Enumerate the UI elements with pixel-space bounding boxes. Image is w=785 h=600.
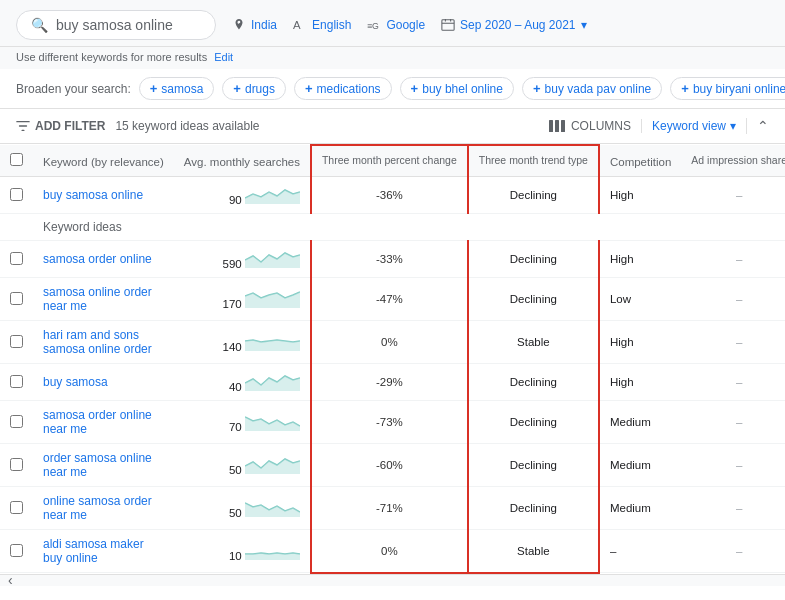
edit-link[interactable]: Edit [214,51,233,63]
keyword-row: samosa order online 590 -33% Declining H… [0,241,785,278]
svg-rect-7 [555,120,559,132]
columns-label: COLUMNS [571,119,631,133]
header-avg-monthly[interactable]: Avg. monthly searches [174,145,311,177]
plus-icon: + [533,81,541,96]
svg-marker-14 [245,417,300,431]
kw-avg: 10 [174,530,311,573]
keyword-row: samosa order online near me 70 -73% Decl… [0,401,785,444]
kw-name[interactable]: buy samosa [33,364,174,401]
kw-avg: 590 [174,241,311,278]
broaden-label: Broaden your search: [16,82,131,96]
kw-checkbox[interactable] [10,415,23,428]
main-keyword-avg: 90 [174,177,311,214]
main-keyword-sparkline [245,184,300,204]
select-all-checkbox[interactable] [10,153,23,166]
broaden-pill-bhel-label: buy bhel online [422,82,503,96]
broaden-pill-buy-bhel-online[interactable]: + buy bhel online [400,77,514,100]
kw-checkbox[interactable] [10,375,23,388]
language-filter[interactable]: A English [293,18,351,32]
keyword-ideas-label: Keyword ideas [33,214,785,241]
keyword-view-button[interactable]: Keyword view ▾ [641,119,736,133]
broaden-pill-drugs[interactable]: + drugs [222,77,286,100]
broaden-pill-buy-vada-pav-online[interactable]: + buy vada pav online [522,77,662,100]
header-competition[interactable]: Competition [599,145,681,177]
kw-trend: Declining [468,278,599,321]
broaden-pill-medications-label: medications [317,82,381,96]
svg-text:≡G: ≡G [367,21,379,31]
kw-checkbox-cell [0,241,33,278]
kw-pct: -60% [311,444,468,487]
kw-checkbox[interactable] [10,544,23,557]
broaden-pill-samosa-label: samosa [161,82,203,96]
kw-avg: 50 [174,487,311,530]
svg-text:A: A [293,19,301,31]
kw-checkbox[interactable] [10,335,23,348]
search-icon: 🔍 [31,17,48,33]
main-keyword-row: buy samosa online 90 -36% Declining High… [0,177,785,214]
language-label: English [312,18,351,32]
kw-checkbox[interactable] [10,501,23,514]
broaden-pill-samosa[interactable]: + samosa [139,77,215,100]
kw-name[interactable]: samosa online order near me [33,278,174,321]
add-filter-button[interactable]: ADD FILTER [16,119,105,133]
header-three-month-type[interactable]: Three month trend type [468,145,599,177]
header-ad-impression[interactable]: Ad impression share [681,145,785,177]
kw-name[interactable]: order samosa online near me [33,444,174,487]
main-keyword-competition: High [599,177,681,214]
columns-icon [548,117,566,135]
kw-name[interactable]: hari ram and sons samosa online order [33,321,174,364]
kw-sparkline [245,411,300,431]
kw-sparkline [245,371,300,391]
svg-marker-11 [245,292,300,308]
broaden-pill-buy-biryani-online[interactable]: + buy biryani online [670,77,785,100]
scroll-left-button[interactable]: ‹ [8,572,13,586]
kw-avg: 50 [174,444,311,487]
kw-name[interactable]: online samosa order near me [33,487,174,530]
network-filter[interactable]: ≡G Google [367,18,425,32]
svg-marker-17 [245,553,300,560]
broaden-pill-medications[interactable]: + medications [294,77,392,100]
kw-pct: -33% [311,241,468,278]
kw-name[interactable]: samosa order online near me [33,401,174,444]
kw-checkbox-cell [0,321,33,364]
columns-button[interactable]: COLUMNS [548,117,631,135]
kw-competition: Medium [599,401,681,444]
kw-avg: 70 [174,401,311,444]
search-box[interactable]: 🔍 buy samosa online [16,10,216,40]
main-keyword-checkbox[interactable] [10,188,23,201]
svg-rect-2 [442,20,454,31]
broaden-pill-biryani-label: buy biryani online [693,82,785,96]
main-keyword-name[interactable]: buy samosa online [33,177,174,214]
svg-rect-6 [549,120,553,132]
kw-avg: 40 [174,364,311,401]
kw-checkbox[interactable] [10,252,23,265]
plus-icon: + [305,81,313,96]
header-checkbox-cell [0,145,33,177]
collapse-button[interactable]: ⌃ [746,118,769,134]
keyword-view-dropdown-icon: ▾ [730,119,736,133]
kw-pct: -29% [311,364,468,401]
kw-pct: -47% [311,278,468,321]
broaden-pill-vada-label: buy vada pav online [545,82,652,96]
keyword-row: hari ram and sons samosa online order 14… [0,321,785,364]
kw-checkbox-cell [0,364,33,401]
kw-name[interactable]: samosa order online [33,241,174,278]
kw-ad-impression: – [681,241,785,278]
date-dropdown-icon[interactable]: ▾ [581,18,587,32]
svg-marker-16 [245,503,300,517]
kw-ad-impression: – [681,321,785,364]
date-filter[interactable]: Sep 2020 – Aug 2021 ▾ [441,18,586,32]
kw-checkbox-cell [0,401,33,444]
header-keyword[interactable]: Keyword (by relevance) [33,145,174,177]
kw-checkbox[interactable] [10,292,23,305]
keyword-view-label: Keyword view [652,119,726,133]
kw-pct: 0% [311,321,468,364]
kw-trend: Declining [468,444,599,487]
add-filter-label: ADD FILTER [35,119,105,133]
scroll-bar: ‹ [0,574,785,586]
header-three-month-pct[interactable]: Three month percent change [311,145,468,177]
kw-checkbox[interactable] [10,458,23,471]
kw-name[interactable]: aldi samosa maker buy online [33,530,174,573]
location-filter[interactable]: India [232,18,277,32]
kw-competition: Low [599,278,681,321]
